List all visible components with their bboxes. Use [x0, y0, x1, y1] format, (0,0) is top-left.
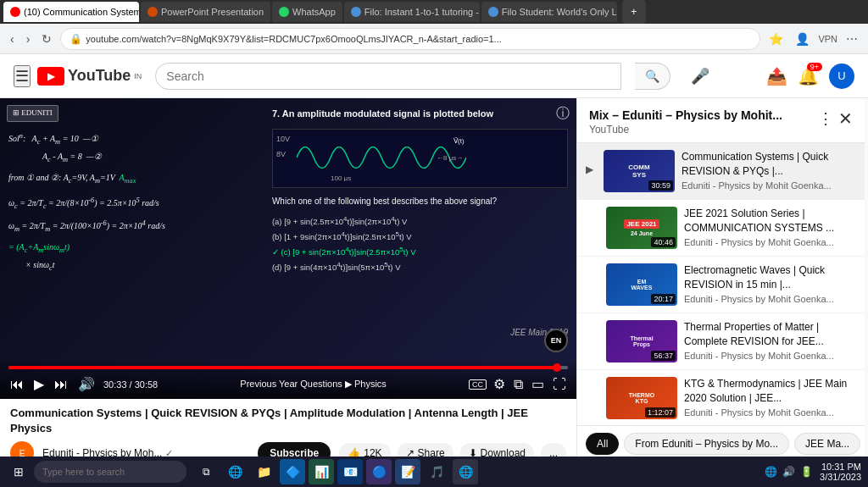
search-input[interactable] [155, 63, 621, 90]
filter-tab-all[interactable]: All [586, 433, 619, 455]
progress-bar[interactable] [8, 366, 568, 369]
tab-label-3: WhatsApp [292, 7, 336, 17]
address-bar[interactable]: 🔒 youtube.com/watch?v=8NgMqK9X79Y&list=R… [60, 28, 760, 50]
controls-right: CC ⚙ ⧉ ▭ ⛶ [469, 374, 568, 394]
filter-tab-eduniti[interactable]: From Eduniti – Physics by Mo... [624, 433, 789, 455]
tab-filo1[interactable]: Filo: Instant 1-to-1 tutoring - App... [344, 2, 480, 22]
playlist-item-channel-5: Eduniti - Physics by Mohit Goenka... [684, 407, 856, 418]
cc-badge[interactable]: CC [469, 379, 487, 390]
settings-video-button[interactable]: ⚙ [492, 374, 507, 394]
playlist-header-actions: ⋮ ✕ [818, 108, 853, 129]
fullscreen-button[interactable]: ⛶ [551, 375, 568, 394]
taskbar-clock[interactable]: 10:31 PM 3/31/2023 [820, 462, 861, 482]
playlist-item-info-1: Communication Systems | Quick REVISION &… [682, 150, 856, 191]
notification-badge: 9+ [807, 63, 822, 71]
info-icon[interactable]: ⓘ [556, 105, 570, 123]
tab-favicon-4 [351, 7, 361, 17]
playlist-item-info-4: Thermal Properties of Matter | Complete … [684, 320, 856, 361]
tab-filo2[interactable]: Filo Student: World's Only Liv... [481, 2, 617, 22]
network-icon[interactable]: 🌐 [765, 466, 777, 478]
playlist-title: Mix – Eduniti – Physics by Mohit... [589, 108, 782, 122]
volume-icon[interactable]: 🔊 [782, 466, 795, 478]
taskbar-icon-app1[interactable]: 🔷 [280, 459, 305, 484]
back-button[interactable]: ‹ [7, 29, 18, 49]
miniplayer-button[interactable]: ⧉ [512, 375, 525, 394]
playlist-item-info-2: JEE 2021 Solution Series | COMMUNICATION… [684, 207, 856, 247]
search-button[interactable]: 🔍 [635, 63, 670, 90]
windows-icon: ⊞ [14, 465, 24, 479]
settings-button[interactable]: ⋯ [843, 29, 861, 49]
yt-logo-icon [37, 67, 64, 86]
taskbar-icon-excel[interactable]: 📊 [309, 459, 334, 484]
tab-favicon-1 [10, 7, 20, 17]
progress-fill [8, 366, 557, 369]
video-subtitle: Previous Year Questions ▶ Physics [164, 379, 462, 390]
skip-back-button[interactable]: ⏮ [8, 375, 25, 394]
signal-graph-svg: 100 μs ←8 μs→ V̂(t) [297, 135, 466, 181]
playlist-item-info-3: Electromagnetic Waves | Quick REVISION i… [684, 263, 856, 304]
new-tab-button[interactable]: + [622, 0, 646, 24]
math-right-panel: 7. An amplitude modulated signal is plot… [264, 98, 576, 399]
extensions-button[interactable]: ⭐ [765, 29, 787, 49]
taskbar-icon-music[interactable]: 🎵 [424, 459, 449, 484]
tab-label-4: Filo: Instant 1-to-1 tutoring - App... [364, 7, 480, 17]
playlist-title-area: Mix – Eduniti – Physics by Mohit... YouT… [589, 108, 782, 136]
microphone-icon[interactable]: 🎤 [691, 67, 709, 86]
svg-text:←8 μs→: ←8 μs→ [437, 154, 463, 162]
video-time: 30:33 / 30:58 [103, 379, 158, 390]
filter-tab-jee[interactable]: JEE Ma... [794, 433, 860, 455]
hamburger-menu-button[interactable]: ☰ [14, 65, 31, 87]
playlist-close-button[interactable]: ✕ [838, 108, 853, 129]
thumb-duration-4: 56:37 [651, 351, 676, 361]
taskbar-icon-chrome[interactable]: 🌐 [453, 459, 478, 484]
svg-text:V̂(t): V̂(t) [453, 137, 465, 145]
eduniti-badge: ⊞ EDUNITI [7, 105, 58, 122]
taskbar-icon-edge[interactable]: 🌐 [222, 459, 248, 484]
upload-button[interactable]: 📤 [766, 66, 787, 86]
notifications-button[interactable]: 🔔 9+ [798, 66, 819, 86]
taskbar-icon-word[interactable]: 📝 [395, 459, 420, 484]
playlist-thumb-3: EMWAVES 20:17 [606, 263, 677, 306]
playlist-item-title-3: Electromagnetic Waves | Quick REVISION i… [684, 263, 856, 292]
taskbar-icon-explorer[interactable]: 📁 [251, 459, 276, 484]
taskbar-right: 🌐 🔊 🔋 10:31 PM 3/31/2023 [765, 462, 861, 482]
taskbar-icon-outlook[interactable]: 📧 [337, 459, 363, 484]
playlist-item[interactable]: ▶ COMMSYS 30:59 Communication Systems | … [577, 143, 865, 200]
tab-powerpoint[interactable]: PowerPoint Presentation [141, 2, 270, 22]
user-avatar[interactable]: U [829, 64, 854, 89]
theater-mode-button[interactable]: ▭ [530, 374, 546, 394]
taskbar-search-input[interactable] [34, 461, 186, 483]
tab-whatsapp[interactable]: WhatsApp [272, 2, 342, 22]
tab-label-5: Filo Student: World's Only Liv... [502, 7, 617, 17]
playlist-thumb-1: COMMSYS 30:59 [604, 150, 675, 192]
video-controls: ⏮ ▶ ⏭ 🔊 30:33 / 30:58 Previous Year Ques… [0, 359, 576, 399]
playlist-item[interactable]: EMWAVES 20:17 Electromagnetic Waves | Qu… [577, 257, 865, 313]
playlist-item-title-2: JEE 2021 Solution Series | COMMUNICATION… [684, 207, 856, 235]
playlist-more-button[interactable]: ⋮ [818, 108, 833, 129]
playlist-header: Mix – Eduniti – Physics by Mohit... YouT… [577, 98, 865, 143]
playlist-item-info-5: KTG & Thermodynamics | JEE Main 2020 Sol… [684, 377, 856, 418]
taskbar-icon-teams[interactable]: 🔵 [366, 459, 392, 484]
math-equations: Soln: Ac + Am = 10 —① Ac - Am = 8 —② fro… [8, 130, 255, 275]
playlist-channel: YouTube [589, 124, 782, 136]
thumb-duration-2: 40:46 [651, 237, 676, 247]
tab-communication[interactable]: (10) Communication Systems ... × [3, 2, 139, 22]
taskbar-icon-task-view[interactable]: ⧉ [193, 459, 219, 484]
taskbar-pinned-icons: ⧉ 🌐 📁 🔷 📊 📧 🔵 📝 🎵 🌐 [193, 459, 478, 484]
en-badge: EN [544, 329, 568, 352]
skip-forward-button[interactable]: ⏭ [53, 375, 70, 394]
playlist-item-title-5: KTG & Thermodynamics | JEE Main 2020 Sol… [684, 377, 856, 406]
volume-button[interactable]: 🔊 [76, 374, 97, 394]
playlist-item[interactable]: ThermalProps 56:37 Thermal Properties of… [577, 313, 865, 370]
start-button[interactable]: ⊞ [7, 462, 31, 482]
playlist-items-list: ▶ COMMSYS 30:59 Communication Systems | … [577, 143, 865, 425]
refresh-button[interactable]: ↻ [38, 29, 55, 49]
profiles-button[interactable]: 👤 [792, 29, 813, 49]
play-pause-button[interactable]: ▶ [32, 374, 46, 394]
battery-icon[interactable]: 🔋 [800, 466, 813, 478]
yt-logo[interactable]: YouTubeIN [37, 67, 142, 86]
main-content-area: ⊞ EDUNITI Soln: Ac + Am = 10 —① Ac - Am … [0, 98, 868, 462]
forward-button[interactable]: › [23, 29, 34, 49]
playlist-item[interactable]: JEE 2021 24 June 40:46 JEE 2021 Solution… [577, 200, 865, 257]
playlist-item[interactable]: THERMOKTG 1:12:07 KTG & Thermodynamics |… [577, 370, 865, 425]
